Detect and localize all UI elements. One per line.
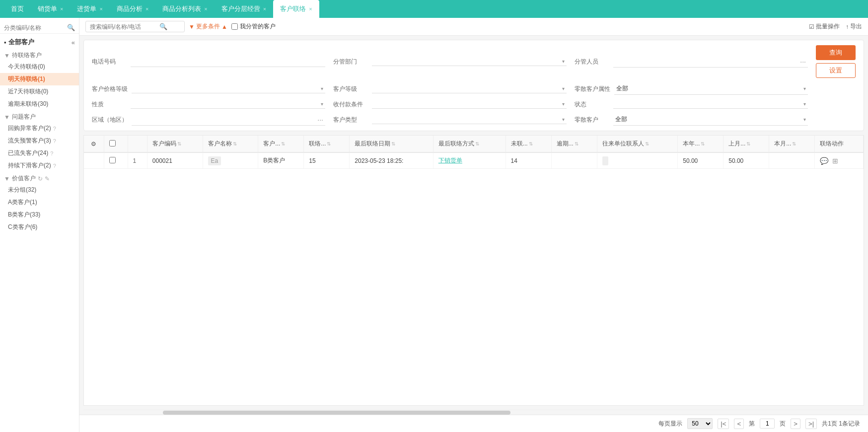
filter-retail-select[interactable]: 全部 ▾ (614, 83, 808, 95)
chevron-down-icon: ▾ (562, 117, 565, 122)
filter-status-select[interactable]: ▾ (613, 100, 808, 109)
nav-customer-contact[interactable]: 客户联络 × (273, 0, 319, 18)
select-all-checkbox[interactable] (109, 140, 116, 146)
th-last-date[interactable]: 最后联络日期⇅ (350, 136, 434, 152)
export-icon: ↑ (846, 23, 849, 30)
th-type[interactable]: 客户...⇅ (258, 136, 304, 152)
sidebar-item-c-customers[interactable]: C类客户(6) (0, 221, 79, 233)
horizontal-scrollbar[interactable] (83, 410, 864, 415)
filter-cust-level-select[interactable]: ▾ (372, 84, 567, 93)
th-code[interactable]: 客户编码⇅ (147, 136, 203, 152)
th-last-method[interactable]: 最后联络方式⇅ (433, 136, 506, 152)
nav-home[interactable]: 首页 (4, 0, 31, 18)
sidebar-item-week-contact[interactable]: 近7天待联络(0) (0, 85, 79, 98)
filter-phone-input[interactable] (131, 57, 325, 67)
help-icon[interactable]: ? (53, 163, 56, 169)
sidebar-item-today-contact[interactable]: 今天待联络(0) (0, 61, 79, 73)
filter-nature-select[interactable]: ▾ (131, 100, 325, 109)
dots-icon[interactable]: ··· (317, 116, 323, 124)
filter-cust-level-label: 客户等级 (333, 85, 368, 93)
filter-payment-select[interactable]: ▾ (372, 100, 567, 109)
td-overdue (551, 152, 597, 169)
sidebar-item-a-customers[interactable]: A类客户(1) (0, 196, 79, 209)
sidebar-item-ungrouped[interactable]: 未分组(32) (0, 184, 79, 196)
sidebar-item-churned[interactable]: 已流失客户(24) ? (0, 147, 79, 159)
td-last-date: 2023-05-23 18:25: (350, 152, 434, 169)
query-button[interactable]: 查询 (816, 45, 856, 60)
th-last-month[interactable]: 上月...⇅ (723, 136, 769, 152)
refresh-icon[interactable]: ↻ (38, 175, 43, 182)
nav-product-analysis[interactable]: 商品分析 × (110, 0, 155, 18)
td-contacts: 15 (304, 152, 350, 169)
th-name[interactable]: 客户名称⇅ (203, 136, 258, 152)
close-icon[interactable]: × (145, 6, 148, 12)
help-icon[interactable]: ? (50, 150, 53, 156)
table-row: 1 000021 Ea B类客户 15 2023-05-23 18:25: 下销… (84, 152, 864, 169)
sidebar-search-icon[interactable]: 🔍 (67, 24, 75, 31)
checkbox-icon: ☑ (809, 23, 814, 30)
action-contact-icon[interactable]: 💬 (820, 157, 828, 165)
set-button[interactable]: 设置 (816, 63, 856, 78)
table-header-row: ⚙ 客户编码⇅ 客户名称⇅ 客户...⇅ 联络...⇅ 最后联络日期⇅ 最后联络… (84, 136, 864, 152)
th-index (128, 136, 147, 152)
all-customers-title[interactable]: ▪ 全部客户 « (0, 36, 79, 49)
th-settings[interactable]: ⚙ (84, 136, 104, 152)
scrollbar-thumb[interactable] (163, 411, 510, 415)
td-company-contact (597, 152, 678, 169)
filter-cust-type-select[interactable]: ▾ (372, 115, 567, 124)
last-method-link[interactable]: 下销货单 (438, 157, 462, 164)
close-icon[interactable]: × (60, 6, 63, 12)
per-page-select[interactable]: 50 100 200 (687, 418, 713, 429)
close-icon[interactable]: × (99, 6, 102, 12)
next-page-button[interactable]: > (791, 419, 800, 429)
th-contacts[interactable]: 联络...⇅ (304, 136, 350, 152)
search-button[interactable]: 🔍 (159, 23, 167, 30)
filter-region: 区域（地区） ··· (92, 114, 325, 126)
filter-dept-select[interactable]: ▾ (372, 57, 567, 66)
filter-region-select[interactable]: ··· (132, 114, 325, 126)
search-input[interactable] (90, 23, 159, 30)
nav-product-analysis-list[interactable]: 商品分析列表 × (155, 0, 214, 18)
nav-customer-tier[interactable]: 客户分层经营 × (215, 0, 273, 18)
my-customers-check-input[interactable] (231, 23, 238, 30)
dots-icon[interactable]: ··· (800, 58, 806, 66)
my-customers-checkbox[interactable]: 我分管的客户 (231, 22, 276, 31)
nav-purchase-order[interactable]: 进货单 × (70, 0, 109, 18)
collapse-icon[interactable]: « (72, 39, 75, 46)
help-icon[interactable]: ? (53, 138, 56, 144)
close-icon[interactable]: × (309, 6, 312, 12)
batch-op-button[interactable]: ☑ 批量操作 (809, 22, 840, 31)
sidebar-item-repurchase-abnormal[interactable]: 回购异常客户(2) ? (0, 122, 79, 135)
more-conditions-button[interactable]: ▼ 更多条件 ▲ (189, 22, 227, 31)
close-icon[interactable]: × (263, 6, 266, 12)
nav-sales-order[interactable]: 销货单 × (31, 0, 70, 18)
th-unlinked[interactable]: 未联...⇅ (506, 136, 551, 152)
last-page-button[interactable]: >| (805, 419, 817, 429)
action-more-icon[interactable]: ⊞ (832, 157, 838, 165)
sidebar-item-declining[interactable]: 持续下滑客户(2) ? (0, 159, 79, 172)
prev-page-button[interactable]: < (734, 419, 744, 429)
edit-icon[interactable]: ✎ (45, 175, 50, 182)
triangle-icon: ▼ (4, 175, 10, 182)
td-code: 000021 (147, 152, 203, 169)
row-checkbox[interactable] (109, 157, 116, 163)
th-this-month[interactable]: 本月...⇅ (769, 136, 815, 152)
first-page-button[interactable]: |< (718, 419, 729, 429)
th-overdue[interactable]: 逾期...⇅ (551, 136, 597, 152)
sidebar-search-input[interactable] (4, 24, 67, 31)
sidebar-item-churn-warning[interactable]: 流失预警客户(3) ? (0, 135, 79, 147)
customer-table: ⚙ 客户编码⇅ 客户名称⇅ 客户...⇅ 联络...⇅ 最后联络日期⇅ 最后联络… (84, 136, 864, 169)
page-number-input[interactable] (760, 419, 775, 429)
th-this-year[interactable]: 本年...⇅ (678, 136, 723, 152)
sidebar-item-b-customers[interactable]: B类客户(33) (0, 209, 79, 221)
sidebar-item-tomorrow-contact[interactable]: 明天待联络(1) (0, 73, 79, 85)
export-button[interactable]: ↑ 导出 (846, 22, 862, 31)
filter-manager-select[interactable]: ··· (613, 56, 808, 68)
close-icon[interactable]: × (204, 6, 207, 12)
help-icon[interactable]: ? (53, 126, 56, 132)
sidebar-item-overdue-contact[interactable]: 逾期未联络(30) (0, 98, 79, 110)
filter-price-select[interactable]: ▾ (132, 84, 325, 93)
th-company-contact[interactable]: 往来单位联系人⇅ (597, 136, 678, 152)
chevron-down-icon: ▾ (803, 117, 806, 122)
filter-retail-cust-select[interactable]: 全部 ▾ (613, 114, 808, 126)
